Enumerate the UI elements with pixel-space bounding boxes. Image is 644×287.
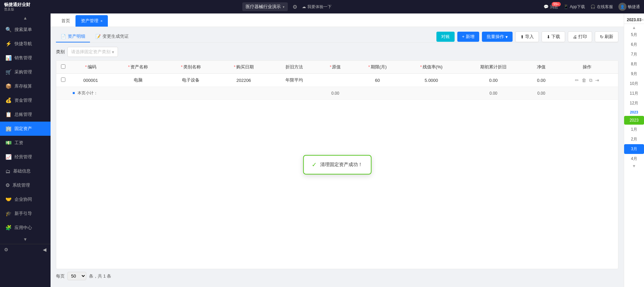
- customer-service-btn[interactable]: 🎧 在线客服: [590, 4, 613, 10]
- sidebar-item-purchase[interactable]: 🛒 采购管理: [0, 65, 51, 79]
- row-original-value: [318, 74, 353, 87]
- sidebar-item-label: 系统管理: [12, 182, 30, 188]
- more-icon[interactable]: ⇥: [595, 77, 599, 83]
- refresh-btn[interactable]: ↻ 刷新: [595, 31, 618, 42]
- delete-icon[interactable]: 🗑: [582, 77, 586, 83]
- subtab-asset-detail[interactable]: 📄 资产明细: [56, 31, 90, 42]
- category-filter[interactable]: 请选择固定资产类别 ▾: [67, 47, 118, 57]
- message-badge: 99+: [552, 2, 561, 6]
- table-row: 000001 电脑 电子设备 202206 年限平均 60 5.0000 0.0…: [56, 74, 618, 87]
- print-icon: 🖨: [573, 34, 577, 39]
- sidebar-item-search[interactable]: 🔍 搜索菜单: [0, 23, 51, 37]
- add-btn[interactable]: + 新增: [457, 32, 479, 42]
- payroll-icon: 💵: [5, 140, 12, 146]
- th-net-value: 净值: [526, 61, 556, 74]
- timeline-month-11[interactable]: 11月: [624, 89, 644, 98]
- sidebar-settings-icon[interactable]: ⚙: [4, 247, 8, 252]
- sidebar-item-sales[interactable]: 📊 销售管理: [0, 51, 51, 65]
- select-all-checkbox[interactable]: [61, 64, 65, 69]
- edit-icon[interactable]: ✏: [575, 77, 579, 83]
- refresh-icon: ↻: [600, 34, 604, 39]
- sidebar-item-operations[interactable]: 📈 经营管理: [0, 150, 51, 164]
- sidebar-scroll-down[interactable]: ▼: [0, 235, 51, 244]
- filter-left: 类别 请选择固定资产类别 ▾: [56, 47, 118, 57]
- sidebar-item-fixed-assets[interactable]: 🏢 固定资产: [0, 122, 51, 136]
- sidebar-item-ledger[interactable]: 📋 总账管理: [0, 107, 51, 122]
- import-btn[interactable]: ⬆ 导入: [515, 31, 539, 42]
- row-code: 000001: [70, 74, 112, 87]
- company-selector[interactable]: 医疗器械行业演示 ▾: [242, 2, 288, 11]
- timeline-month-1[interactable]: 1月: [624, 125, 644, 134]
- sidebar-scroll-up[interactable]: ▲: [0, 13, 51, 23]
- company-dropdown-arrow: ▾: [283, 5, 284, 9]
- batch-btn[interactable]: 批量操作 ▾: [482, 32, 513, 42]
- sidebar-bottom: ⚙ ◀: [0, 244, 51, 255]
- account-btn[interactable]: 对账: [436, 32, 455, 42]
- timeline-month-8[interactable]: 8月: [624, 59, 644, 69]
- experience-btn[interactable]: ☁ 我要体验一下: [302, 4, 332, 10]
- app-download-btn[interactable]: 📱 App下载: [563, 4, 585, 10]
- download-btn[interactable]: ⬇ 下载: [542, 31, 565, 42]
- sidebar-item-system[interactable]: ⚙ 系统管理: [0, 178, 51, 192]
- timeline-scroll-down[interactable]: ▼: [632, 164, 636, 168]
- sidebar-item-label: 固定资产: [14, 126, 32, 132]
- sidebar-item-finance[interactable]: 💰 资金管理: [0, 93, 51, 107]
- content-area: 首页 资产管理 × 📄 资产明细 📝 变更生成凭证: [51, 13, 624, 287]
- toast-check-icon: ✓: [312, 161, 317, 168]
- per-page-label: 每页: [56, 273, 65, 279]
- th-checkbox: [56, 61, 70, 74]
- topbar: 畅捷通好业财 普及版 医疗器械行业演示 ▾ ⚙ ☁ 我要体验一下 💬 消息 99…: [0, 0, 644, 13]
- print-btn[interactable]: 🖨 打印: [568, 31, 592, 42]
- table-header-row: *编码 *资产名称 *类别名称 *购买日期 折旧方法 *原值 *期限(月) *残…: [56, 61, 618, 74]
- timeline-scroll-up[interactable]: ▲: [632, 25, 636, 30]
- user-profile-btn[interactable]: 👤 畅捷通: [618, 3, 640, 11]
- subtotal-net-value: 0.00: [526, 87, 556, 100]
- sidebar-collapse-icon[interactable]: ◀: [43, 247, 47, 252]
- sidebar-item-enterprise[interactable]: 🤝 企业协同: [0, 192, 51, 206]
- appstore-icon: 🧩: [5, 225, 12, 231]
- sidebar-item-payroll[interactable]: 💵 工资: [0, 136, 51, 150]
- guide-icon: 🎓: [5, 211, 12, 217]
- timeline-close-icon[interactable]: ×: [641, 18, 644, 22]
- th-name: *资产名称: [112, 61, 164, 74]
- tab-home[interactable]: 首页: [56, 15, 75, 27]
- tab-asset-management[interactable]: 资产管理 ×: [75, 15, 108, 27]
- settings-icon[interactable]: ⚙: [291, 2, 299, 11]
- sidebar-item-quicknav[interactable]: ⚡ 快捷导航: [0, 37, 51, 51]
- per-page-select[interactable]: 50 100: [67, 272, 86, 280]
- th-depreciation-method: 折旧方法: [270, 61, 318, 74]
- timeline-year-2023[interactable]: 2023: [624, 116, 644, 125]
- row-category: 电子设备: [164, 74, 217, 87]
- timeline-month-9[interactable]: 9月: [624, 69, 644, 79]
- filter-dropdown-icon: ▾: [112, 50, 114, 55]
- toast-message: 清理固定资产成功！: [320, 162, 363, 168]
- copy-icon[interactable]: ⧉: [589, 77, 592, 83]
- timeline-month-5[interactable]: 5月: [624, 30, 644, 40]
- sidebar-item-label: 总账管理: [14, 111, 32, 118]
- th-period: *期限(月): [352, 61, 402, 74]
- sidebar-item-basic-info[interactable]: 🗂 基础信息: [0, 164, 51, 178]
- timeline-month-2[interactable]: 2月: [624, 134, 644, 144]
- th-category: *类别名称: [164, 61, 217, 74]
- row-name: 电脑: [112, 74, 164, 87]
- filter-placeholder: 请选择固定资产类别: [71, 49, 111, 55]
- sidebar-item-label: 采购管理: [14, 69, 32, 75]
- subtotal-label: 本页小计：: [78, 91, 98, 95]
- row-checkbox[interactable]: [61, 77, 65, 82]
- timeline-month-4[interactable]: 4月: [624, 154, 644, 164]
- subtab-change-voucher[interactable]: 📝 变更生成凭证: [91, 31, 133, 42]
- purchase-icon: 🛒: [5, 69, 12, 75]
- timeline-month-12[interactable]: 12月: [624, 98, 644, 108]
- sidebar-item-inventory[interactable]: 📦 库存核算: [0, 79, 51, 93]
- sidebar-item-label: 基础信息: [13, 168, 31, 174]
- tab-close-icon[interactable]: ×: [100, 19, 102, 23]
- timeline-month-6[interactable]: 6月: [624, 40, 644, 50]
- timeline-month-3[interactable]: 3月: [624, 144, 644, 154]
- sidebar-item-appstore[interactable]: 🧩 应用中心: [0, 221, 51, 235]
- timeline-month-7[interactable]: 7月: [624, 50, 644, 59]
- sidebar-item-guide[interactable]: 🎓 新手引导: [0, 206, 51, 221]
- topbar-right: 💬 消息 99+ 📱 App下载 🎧 在线客服 👤 畅捷通: [544, 3, 640, 11]
- messages-btn[interactable]: 💬 消息 99+: [544, 4, 558, 10]
- timeline-month-10[interactable]: 10月: [624, 79, 644, 89]
- sidebar: ▲ 🔍 搜索菜单 ⚡ 快捷导航 📊 销售管理 🛒 采购管理 📦 库存核算 💰 资…: [0, 13, 51, 287]
